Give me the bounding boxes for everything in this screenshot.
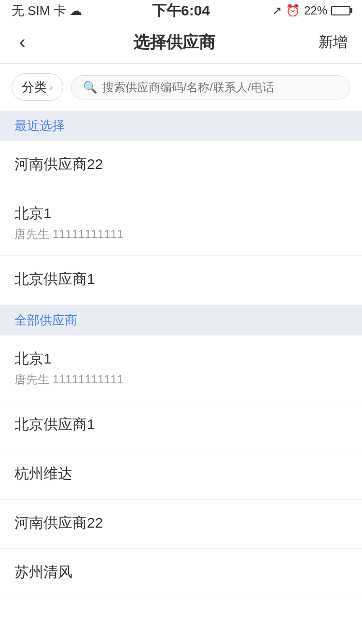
all-items-list: 北京1唐先生 11111111111北京供应商1杭州维达河南供应商22苏州清风 bbox=[0, 336, 362, 598]
item-name: 北京1 bbox=[14, 204, 348, 224]
list-item[interactable]: 北京1唐先生 11111111111 bbox=[0, 336, 362, 401]
category-button[interactable]: 分类 › bbox=[12, 73, 63, 101]
status-time: 下午6:04 bbox=[152, 1, 210, 21]
item-name: 北京供应商1 bbox=[14, 415, 348, 434]
item-name: 杭州维达 bbox=[14, 464, 348, 484]
alarm-icon: ⏰ bbox=[286, 4, 300, 17]
category-label: 分类 bbox=[22, 79, 47, 96]
list-item[interactable]: 苏州清风 bbox=[0, 549, 362, 598]
location-icon: ↗ bbox=[272, 4, 282, 17]
add-button[interactable]: 新增 bbox=[319, 32, 348, 52]
back-button[interactable]: ‹ bbox=[14, 27, 30, 57]
battery-bar bbox=[331, 6, 350, 15]
search-input[interactable] bbox=[102, 81, 338, 94]
list-item[interactable]: 北京1唐先生 11111111111 bbox=[0, 190, 362, 256]
search-wrapper[interactable]: 🔍 bbox=[71, 75, 350, 99]
battery-label: 22% bbox=[304, 4, 327, 17]
all-section-header: 全部供应商 bbox=[0, 305, 362, 336]
chevron-right-icon: › bbox=[50, 82, 53, 93]
list-item[interactable]: 河南供应商22 bbox=[0, 500, 362, 549]
list-item[interactable]: 北京供应商1 bbox=[0, 256, 362, 305]
item-name: 河南供应商22 bbox=[14, 154, 348, 174]
list-item[interactable]: 杭州维达 bbox=[0, 450, 362, 500]
recent-items-list: 河南供应商22北京1唐先生 11111111111北京供应商1 bbox=[0, 141, 362, 305]
item-sub: 唐先生 11111111111 bbox=[14, 226, 348, 242]
item-sub: 唐先生 11111111111 bbox=[14, 372, 348, 387]
list-item[interactable]: 河南供应商22 bbox=[0, 141, 362, 190]
search-bar: 分类 › 🔍 bbox=[0, 64, 362, 111]
nav-bar: ‹ 选择供应商 新增 bbox=[0, 21, 362, 64]
page-title: 选择供应商 bbox=[133, 31, 215, 54]
status-right: ↗ ⏰ 22% bbox=[272, 4, 350, 17]
item-name: 河南供应商22 bbox=[14, 513, 348, 533]
sim-label: 无 SIM 卡 ☁ bbox=[12, 2, 82, 19]
item-name: 北京供应商1 bbox=[14, 269, 348, 289]
status-bar: 无 SIM 卡 ☁ 下午6:04 ↗ ⏰ 22% bbox=[0, 0, 362, 21]
status-left: 无 SIM 卡 ☁ bbox=[12, 2, 82, 19]
search-icon: 🔍 bbox=[83, 81, 97, 94]
item-name: 苏州清风 bbox=[14, 562, 348, 582]
item-name: 北京1 bbox=[14, 349, 348, 369]
list-item[interactable]: 北京供应商1 bbox=[0, 401, 362, 450]
recent-section-header: 最近选择 bbox=[0, 111, 362, 141]
